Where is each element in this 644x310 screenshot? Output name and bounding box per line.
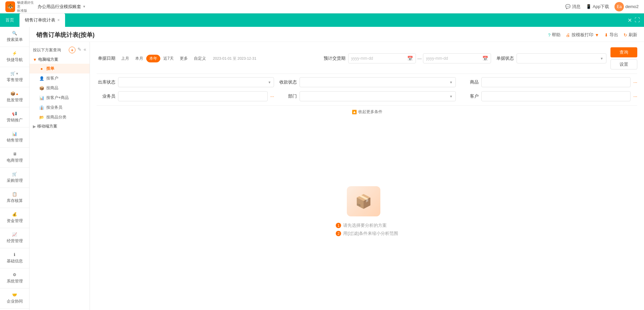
department-select-arrow-icon: ▼ [449, 95, 453, 98]
sidebar-item-marketing[interactable]: 📢 营销推广 [0, 107, 29, 127]
date-tab-7days[interactable]: 近7天 [160, 55, 177, 62]
step2-num: 2 [336, 231, 341, 236]
status-select-arrow-icon: ▼ [600, 57, 603, 60]
date-tab-more[interactable]: 更多 [177, 55, 191, 62]
goods-input[interactable] [481, 77, 631, 87]
sidebar-label-retail: 零售管理 [7, 77, 23, 83]
app-download-btn[interactable]: 📱 App下载 [586, 4, 609, 10]
out-status-select[interactable]: ▼ [118, 77, 274, 87]
panel-edit-btn[interactable]: ✎ [77, 47, 82, 53]
department-label: 部门 [278, 93, 297, 99]
panel-section-mobile[interactable]: ▶ 移动端方案 [30, 122, 90, 131]
by-goods-icon: 📦 [39, 86, 44, 91]
sidebar-item-operation[interactable]: 📈 经营管理 [0, 228, 29, 248]
sidebar-item-basic[interactable]: ℹ 基础信息 [0, 248, 29, 268]
export-btn[interactable]: ⬇ 导出 [604, 32, 618, 38]
logo-area: 🐯 畅捷通好生意 标准版 [5, 1, 35, 13]
customer-input[interactable] [481, 91, 631, 101]
print-btn[interactable]: 🖨 按模板打印 ▼ [566, 32, 599, 38]
setting-button[interactable]: 设置 [610, 59, 637, 69]
status-label: 单据状态 [495, 55, 514, 61]
tab-sales-order[interactable]: 销售订单统计表 × [19, 13, 65, 27]
user-menu[interactable]: Ea demo2 [614, 2, 639, 11]
tab-close-icon[interactable]: × [57, 18, 60, 22]
collapse-up-icon: 🔼 [352, 110, 357, 114]
expected-date-start[interactable]: yyyy-mm-dd 📅 [348, 53, 416, 63]
panel-item-by-goods-category[interactable]: 📂 按商品分类 [30, 112, 90, 122]
date-tab-this-month[interactable]: 本月 [132, 55, 146, 62]
date-tabs: 上月 本月 本年 近7天 更多 自定义 [118, 55, 209, 62]
sidebar-item-shortcut[interactable]: ⚡ 快捷导航 [0, 47, 29, 67]
sidebar-label-basic: 基础信息 [7, 258, 23, 264]
sidebar-item-retail[interactable]: 🛒 ▼ 零售管理 [0, 67, 29, 87]
page-actions: ? 帮助 🖨 按模板打印 ▼ ⬇ 导出 ↻ 刷新 [548, 32, 637, 38]
sidebar-label-ecommerce: 电商管理 [7, 158, 23, 163]
date-range-text: 2023-01-01 至 2023-12-31 [213, 56, 257, 61]
app-name-label: 办公用品行业模拟账套 [38, 4, 81, 10]
expected-date-end-placeholder: yyyy-mm-dd [426, 56, 448, 61]
panel-add-btn[interactable]: + [69, 47, 75, 53]
logo-text: 畅捷通好生意 标准版 [17, 1, 35, 13]
by-goods-category-label: 按商品分类 [46, 114, 66, 120]
panel-item-by-salesman[interactable]: 👔 按业务员 [30, 103, 90, 112]
panel-collapse-btn[interactable]: « [84, 47, 86, 53]
date-tab-custom[interactable]: 自定义 [191, 55, 209, 62]
collapse-bar[interactable]: 🔼 收起更多条件 [97, 105, 637, 118]
department-select[interactable]: ▼ [300, 91, 455, 101]
empty-robot-icon: 📦 [347, 186, 380, 216]
sidebar-item-wholesale[interactable]: 📦 ▲ 批发管理 [0, 87, 29, 107]
tab-bar-right: ✕ ⛶ [628, 17, 644, 23]
salesman-more-btn[interactable]: ··· [270, 94, 274, 99]
goods-label: 商品 [460, 79, 479, 85]
search-icon: 🔍 [12, 31, 17, 36]
by-order-icon: ● [39, 66, 44, 71]
sidebar-label-marketing: 营销推广 [7, 117, 23, 123]
panel-item-by-goods[interactable]: 📦 按商品 [30, 83, 90, 93]
date-tab-this-year[interactable]: 本年 [146, 55, 160, 62]
panel-item-by-customer-goods[interactable]: 📊 按客户+商品 [30, 93, 90, 103]
sidebar-item-sales[interactable]: 📊 销售管理 [0, 127, 29, 148]
top-bar: 🐯 畅捷通好生意 标准版 办公用品行业模拟账套 ▼ 💬 消息 📱 App下载 E… [0, 0, 644, 13]
cooperation-icon: 🤝 [12, 293, 17, 297]
sidebar-item-ecommerce[interactable]: 🖥 电商管理 [0, 148, 29, 168]
receive-status-select[interactable]: ▼ [300, 77, 455, 87]
help-btn[interactable]: ? 帮助 [548, 32, 560, 38]
by-customer-goods-icon: 📊 [39, 95, 44, 101]
date-tab-last-month[interactable]: 上月 [118, 55, 132, 62]
salesman-input[interactable] [118, 91, 268, 101]
status-select[interactable]: ▼ [517, 53, 606, 63]
filter-status-item: 单据状态 ▼ [495, 53, 606, 63]
by-customer-label: 按客户 [46, 75, 58, 81]
tab-close-window-btn[interactable]: ✕ [628, 17, 632, 23]
sidebar-item-finance[interactable]: 💰 资金管理 [0, 208, 29, 228]
sidebar-label-operation: 经营管理 [7, 238, 23, 244]
expected-date-end[interactable]: yyyy-mm-dd 📅 [423, 53, 491, 63]
sidebar-item-cooperation[interactable]: 🤝 企业协同 [0, 289, 29, 309]
sidebar-item-guide[interactable]: 📖 新手引导 [0, 309, 29, 310]
query-button[interactable]: 查询 [610, 47, 637, 57]
empty-step1-label: 请先选择要分析的方案 [343, 222, 387, 228]
sidebar-item-search[interactable]: 🔍 搜索菜单 [0, 27, 29, 47]
sidebar-item-system[interactable]: ⚙ 系统管理 [0, 268, 29, 289]
panel-item-by-order[interactable]: ● 按单 [30, 64, 90, 73]
panel-item-by-customer[interactable]: 👤 按客户 [30, 73, 90, 83]
messages-btn[interactable]: 💬 消息 [565, 4, 581, 10]
refresh-btn[interactable]: ↻ 刷新 [624, 32, 637, 38]
sidebar-item-purchase[interactable]: 🛒 采购管理 [0, 168, 29, 188]
sidebar-item-inventory[interactable]: 📋 库存核算 [0, 188, 29, 208]
customer-more-btn[interactable]: ··· [633, 94, 637, 99]
app-selector[interactable]: 办公用品行业模拟账套 ▼ [38, 4, 562, 10]
filter-out-status-item: 出库状态 ▼ [97, 77, 274, 87]
by-order-label: 按单 [46, 66, 54, 71]
tab-home[interactable]: 首页 [0, 13, 19, 27]
tab-maximize-btn[interactable]: ⛶ [635, 17, 640, 23]
panel-section-desktop[interactable]: ▼ 电脑端方案 [30, 55, 90, 64]
tab-sales-label: 销售订单统计表 [25, 17, 55, 23]
main-content: 按以下方案查询 + ✎ « ▼ 电脑端方案 ● 按单 � [30, 42, 644, 310]
filter-divider-1 [97, 73, 637, 74]
purchase-icon: 🛒 [12, 172, 17, 176]
wholesale-arrow-icon: ▲ [15, 92, 19, 96]
page-header: 销售订单统计表(按单) ? 帮助 🖨 按模板打印 ▼ ⬇ 导出 ↻ 刷新 [30, 27, 644, 42]
salesman-label: 业务员 [97, 93, 115, 99]
goods-more-btn[interactable]: ··· [633, 80, 637, 85]
